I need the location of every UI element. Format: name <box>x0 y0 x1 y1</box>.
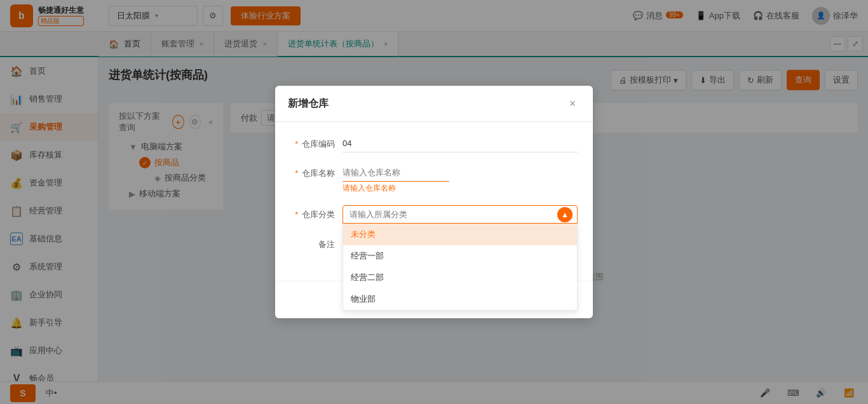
modal-body: * 仓库编码 * 仓库名称 请输入仓库名称 * <box>275 122 593 281</box>
modal-header: 新增仓库 × <box>275 86 593 122</box>
code-input[interactable] <box>342 135 578 152</box>
name-row: * 仓库名称 请输入仓库名称 <box>290 164 578 194</box>
category-input[interactable] <box>342 205 578 224</box>
dropdown-item-2[interactable]: 经营二部 <box>343 267 577 288</box>
category-label: * 仓库分类 <box>290 205 335 220</box>
name-error-msg: 请输入仓库名称 <box>342 183 578 194</box>
name-label: * 仓库名称 <box>290 164 335 179</box>
modal-close-btn[interactable]: × <box>565 96 580 111</box>
dropdown-item-0[interactable]: 未分类 <box>343 224 577 245</box>
dropdown-list: 未分类 经营一部 经营二部 物业部 <box>342 224 578 311</box>
dropdown-toggle-btn[interactable]: ▲ <box>557 207 573 222</box>
code-row: * 仓库编码 <box>290 135 578 152</box>
category-row: * 仓库分类 ▲ 未分类 经营一部 经营二部 物业部 <box>290 205 578 224</box>
name-input-wrapper: 请输入仓库名称 <box>342 164 578 194</box>
remark-label: 备注 <box>290 235 335 250</box>
modal-title: 新增仓库 <box>288 97 329 111</box>
new-warehouse-modal: 新增仓库 × * 仓库编码 * 仓库名称 请输入仓库名称 <box>275 86 593 318</box>
modal-overlay[interactable]: 新增仓库 × * 仓库编码 * 仓库名称 请输入仓库名称 <box>0 0 868 404</box>
code-label: * 仓库编码 <box>290 135 335 150</box>
dropdown-item-1[interactable]: 经营一部 <box>343 245 577 267</box>
dropdown-item-3[interactable]: 物业部 <box>343 288 577 310</box>
name-input[interactable] <box>342 164 449 182</box>
category-dropdown: ▲ 未分类 经营一部 经营二部 物业部 <box>342 205 578 224</box>
